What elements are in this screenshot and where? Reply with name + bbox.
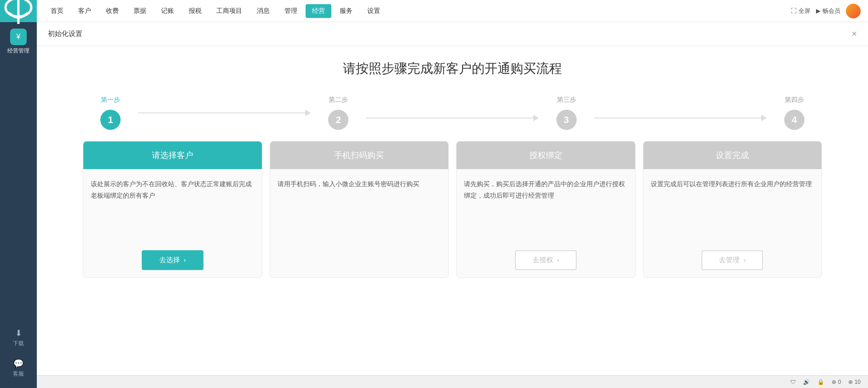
- steps-container: 第一步 1 第二步 2 第三步 3: [64, 96, 840, 130]
- status-bar: ▶ 完成 🛡 🔊 🔒 ⊕ 0 ⊕ 10: [0, 375, 868, 388]
- card-3-footer: 去授权 ›: [457, 243, 635, 277]
- step-arrow-1: [138, 110, 311, 116]
- nav-business[interactable]: 工商项目: [210, 4, 249, 18]
- card-4-body: 设置完成后可以在管理列表进行所有企业用户的经营管理: [643, 169, 822, 243]
- sidebar-bottom: ⬇ 下载 💬 客服: [0, 323, 37, 388]
- download-icon: ⬇: [15, 328, 22, 338]
- vip-icon: ▶: [816, 7, 821, 14]
- support-icon: 💬: [13, 359, 23, 369]
- nav-tickets[interactable]: 票据: [127, 4, 153, 18]
- card-step2: 手机扫码购买 请用手机扫码，输入小微企业主账号密码进行购买: [270, 141, 449, 278]
- nav-home[interactable]: 首页: [44, 4, 70, 18]
- status-lock-icon: 🔒: [817, 379, 824, 385]
- go-manage-button[interactable]: 去管理 ›: [701, 250, 763, 270]
- nav-clients[interactable]: 客户: [72, 4, 98, 18]
- go-auth-label: 去授权 ›: [532, 256, 559, 265]
- status-sound-icon: 🔊: [803, 379, 810, 385]
- arrow-line-2: [366, 118, 533, 118]
- step-4-label: 第四步: [785, 96, 804, 104]
- setup-main-title: 请按照步骤完成新客户的开通购买流程: [64, 60, 840, 77]
- setup-panel: 请按照步骤完成新客户的开通购买流程 第一步 1 第二步 2: [37, 46, 868, 375]
- nav-settings[interactable]: 设置: [361, 4, 387, 18]
- fullscreen-icon: ⛶: [791, 7, 797, 14]
- page-title: 初始化设置: [48, 29, 82, 38]
- step-arrow-3: [594, 115, 767, 121]
- page-header: 初始化设置 ×: [37, 22, 868, 46]
- status-shield-icon: 🛡: [790, 379, 796, 385]
- download-label: 下载: [13, 340, 24, 347]
- status-counter-0: ⊕ 0: [832, 379, 841, 385]
- card-2-footer: [270, 263, 449, 277]
- go-select-button[interactable]: 去选择 ›: [142, 250, 203, 270]
- card-1-footer: 去选择 ›: [83, 243, 262, 277]
- card-step3: 授权绑定 请先购买，购买后选择开通的产品中的企业用户进行授权绑定，成功后即可进行…: [456, 141, 636, 278]
- sidebar: ¥ 经营管理 ⬇ 下载 💬 客服: [0, 0, 37, 388]
- card-3-body: 请先购买，购买后选择开通的产品中的企业用户进行授权绑定，成功后即可进行经营管理: [457, 169, 635, 243]
- card-step1: 请选择客户 该处展示的客户为不在回收站、客户状态正常建账后完成老板端绑定的所有客…: [83, 141, 262, 278]
- sidebar-item-management[interactable]: ¥ 经营管理: [0, 22, 37, 61]
- sidebar-logo: [0, 0, 37, 22]
- step-3-circle: 3: [556, 110, 577, 130]
- step-4-circle: 4: [784, 110, 804, 130]
- arrow-head-2: [533, 115, 539, 121]
- arrow-line-1: [138, 112, 305, 113]
- nav-manage[interactable]: 管理: [278, 4, 304, 18]
- step-item-1: 第一步 1: [83, 96, 138, 130]
- card-3-header: 授权绑定: [457, 141, 635, 169]
- nav-billing[interactable]: 收费: [99, 4, 125, 18]
- vip-btn[interactable]: ▶ 畅会员: [816, 7, 840, 15]
- card-4-footer: 去管理 ›: [643, 243, 822, 277]
- card-2-body: 请用手机扫码，输入小微企业主账号密码进行购买: [270, 169, 449, 263]
- step-item-4: 第四步 4: [767, 96, 822, 130]
- fullscreen-label: 全屏: [799, 7, 810, 15]
- support-label: 客服: [13, 370, 24, 378]
- step-arrow-2: [366, 115, 538, 121]
- nav-right: ⛶ 全屏 ▶ 畅会员: [791, 4, 861, 18]
- step-1-label: 第一步: [101, 96, 120, 104]
- sidebar-download[interactable]: ⬇ 下载: [0, 323, 37, 353]
- card-1-header: 请选择客户: [83, 141, 262, 169]
- step-item-3: 第三步 3: [539, 96, 594, 130]
- go-select-label: 去选择 ›: [159, 256, 186, 265]
- fullscreen-btn[interactable]: ⛶ 全屏: [791, 7, 810, 15]
- go-manage-label: 去管理 ›: [719, 256, 746, 265]
- arrow-head-1: [305, 110, 311, 116]
- nav-items: 首页 客户 收费 票据 记账 报税 工商项目 消息 管理 经营 服务 设置: [44, 4, 791, 18]
- avatar[interactable]: [846, 4, 861, 18]
- step-1-circle: 1: [100, 110, 121, 130]
- close-button[interactable]: ×: [851, 29, 857, 39]
- step-2-label: 第二步: [329, 96, 348, 104]
- nav-accounting[interactable]: 记账: [155, 4, 180, 18]
- management-icon: ¥: [10, 29, 27, 45]
- status-counter-10: ⊕ 10: [848, 379, 861, 385]
- sidebar-support[interactable]: 💬 客服: [0, 353, 37, 383]
- card-2-header: 手机扫码购买: [270, 141, 449, 169]
- card-step4: 设置完成 设置完成后可以在管理列表进行所有企业用户的经营管理 去管理 ›: [643, 141, 822, 278]
- status-bar-right: 🛡 🔊 🔒 ⊕ 0 ⊕ 10: [790, 379, 861, 385]
- cards-row: 请选择客户 该处展示的客户为不在回收站、客户状态正常建账后完成老板端绑定的所有客…: [64, 141, 840, 278]
- step-item-2: 第二步 2: [311, 96, 366, 130]
- nav-operations[interactable]: 经营: [306, 4, 331, 18]
- nav-service[interactable]: 服务: [333, 4, 359, 18]
- sidebar-item-label: 经营管理: [7, 47, 29, 55]
- card-1-body: 该处展示的客户为不在回收站、客户状态正常建账后完成老板端绑定的所有客户: [83, 169, 262, 243]
- nav-tax[interactable]: 报税: [182, 4, 208, 18]
- top-nav: 首页 客户 收费 票据 记账 报税 工商项目 消息 管理 经营 服务 设置 ⛶ …: [37, 0, 868, 22]
- arrow-line-3: [594, 118, 761, 118]
- main-content: 初始化设置 × 请按照步骤完成新客户的开通购买流程 第一步 1 第二步 2: [37, 22, 868, 375]
- card-4-header: 设置完成: [643, 141, 822, 169]
- nav-messages[interactable]: 消息: [250, 4, 276, 18]
- go-auth-button[interactable]: 去授权 ›: [515, 250, 577, 270]
- step-2-circle: 2: [328, 110, 348, 130]
- arrow-head-3: [761, 115, 767, 121]
- vip-label: 畅会员: [822, 7, 840, 15]
- step-3-label: 第三步: [557, 96, 576, 104]
